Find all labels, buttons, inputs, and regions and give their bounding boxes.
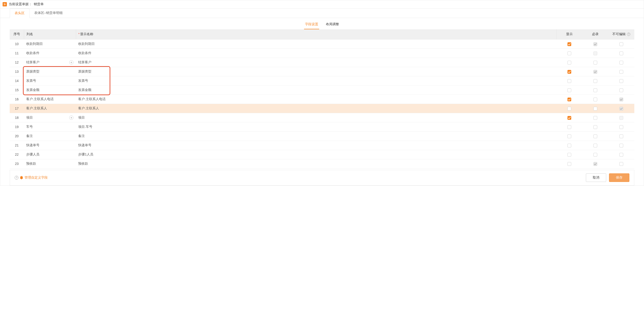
displayname-cell[interactable]: 客户.主联系人电话: [76, 95, 556, 104]
readonly-checkbox[interactable]: [620, 134, 623, 138]
readonly-cell: [608, 132, 634, 141]
seq-cell: 14: [10, 76, 24, 86]
readonly-checkbox[interactable]: [620, 88, 623, 92]
table-row[interactable]: 19车号项目.车号: [10, 122, 634, 132]
displayname-cell[interactable]: 步骤1人员: [76, 150, 556, 159]
displayname-cell[interactable]: 发票号: [76, 76, 556, 86]
show-checkbox[interactable]: [568, 42, 571, 46]
help-icon[interactable]: ?: [627, 32, 630, 36]
required-checkbox[interactable]: [594, 153, 597, 157]
required-checkbox[interactable]: [594, 144, 597, 148]
displayname-cell[interactable]: 项目.车号: [76, 122, 556, 132]
show-checkbox[interactable]: [568, 162, 571, 166]
readonly-checkbox[interactable]: [620, 79, 623, 83]
readonly-checkbox[interactable]: [620, 70, 623, 74]
show-checkbox[interactable]: [568, 61, 571, 64]
table-row[interactable]: 13票据类型票据类型: [10, 67, 634, 76]
readonly-cell: [608, 76, 634, 86]
table-row[interactable]: 20备注备注: [10, 132, 634, 141]
required-cell: [582, 86, 608, 95]
readonly-checkbox[interactable]: [620, 61, 623, 64]
show-checkbox[interactable]: [568, 98, 571, 101]
required-checkbox[interactable]: [594, 61, 597, 64]
seq-cell: 17: [10, 104, 24, 113]
add-subfield-button[interactable]: +: [69, 60, 74, 64]
show-checkbox[interactable]: [568, 70, 571, 74]
displayname-cell[interactable]: 收款到期日: [76, 40, 556, 49]
displayname-cell[interactable]: 项目: [76, 113, 556, 122]
required-checkbox[interactable]: [594, 116, 597, 120]
help-icon[interactable]: ?: [15, 176, 18, 180]
show-cell: [556, 122, 582, 132]
required-checkbox[interactable]: [594, 79, 597, 83]
show-checkbox[interactable]: [568, 88, 571, 92]
readonly-checkbox[interactable]: [620, 125, 623, 129]
required-checkbox[interactable]: [594, 125, 597, 129]
table-row[interactable]: 14发票号发票号: [10, 76, 634, 86]
table-row[interactable]: 22步骤人员步骤1人员: [10, 150, 634, 159]
show-checkbox[interactable]: [568, 107, 571, 110]
secondary-tab-1[interactable]: 布局调整: [325, 21, 340, 29]
colname-cell: 发票金额: [24, 86, 76, 95]
displayname-cell[interactable]: 快递单号: [76, 141, 556, 150]
displayname-cell[interactable]: 预收款: [76, 159, 556, 168]
primary-tab-0[interactable]: 表头区: [10, 8, 30, 18]
expand-panel-button[interactable]: [2, 2, 7, 6]
table-row[interactable]: 11收款条件收款条件: [10, 49, 634, 58]
col-header-readonly: 不可编辑 ?: [608, 29, 634, 40]
displayname-cell[interactable]: 发票金额: [76, 86, 556, 95]
table-row[interactable]: 12结算客户+结算客户: [10, 58, 634, 67]
required-cell: [582, 76, 608, 86]
readonly-checkbox[interactable]: [620, 42, 623, 46]
readonly-checkbox[interactable]: [620, 162, 623, 166]
required-cell: [582, 113, 608, 122]
table-row[interactable]: 21快递单号快递单号: [10, 141, 634, 150]
readonly-checkbox[interactable]: [620, 144, 623, 148]
required-checkbox[interactable]: [594, 134, 597, 138]
show-checkbox[interactable]: [568, 52, 571, 55]
colname-text: 客户.主联系人电话: [26, 97, 54, 101]
colname-text: 客户.主联系人: [26, 106, 47, 110]
displayname-cell[interactable]: 客户.主联系人: [76, 104, 556, 113]
show-checkbox[interactable]: [568, 144, 571, 148]
required-checkbox[interactable]: [594, 107, 597, 110]
table-row[interactable]: 10收款到期日收款到期日: [10, 40, 634, 49]
table-row[interactable]: 18项目+项目: [10, 113, 634, 122]
save-button[interactable]: 保存: [609, 174, 629, 182]
colname-cell: 结算客户+: [24, 58, 76, 67]
show-checkbox[interactable]: [568, 134, 571, 138]
table-row[interactable]: 15发票金额发票金额: [10, 86, 634, 95]
show-checkbox[interactable]: [568, 116, 571, 120]
displayname-cell[interactable]: 结算客户: [76, 58, 556, 67]
add-subfield-button[interactable]: +: [69, 116, 74, 120]
colname-cell: 收款条件: [24, 49, 76, 58]
secondary-tab-0[interactable]: 字段设置: [304, 21, 319, 29]
table-row[interactable]: 23预收款预收款: [10, 159, 634, 168]
seq-cell: 23: [10, 159, 24, 168]
show-checkbox[interactable]: [568, 153, 571, 157]
show-checkbox[interactable]: [568, 79, 571, 83]
required-cell: [582, 141, 608, 150]
displayname-cell[interactable]: 票据类型: [76, 67, 556, 76]
table-row[interactable]: 17客户.主联系人客户.主联系人: [10, 104, 634, 113]
required-cell: [582, 58, 608, 67]
readonly-checkbox[interactable]: [620, 153, 623, 157]
seq-cell: 13: [10, 67, 24, 76]
show-cell: [556, 76, 582, 86]
readonly-cell: [608, 40, 634, 49]
readonly-checkbox[interactable]: [620, 52, 623, 55]
primary-tab-1[interactable]: 表体区–销货单明细: [30, 8, 67, 18]
required-checkbox[interactable]: [594, 88, 597, 92]
table-row[interactable]: 16客户.主联系人电话客户.主联系人电话: [10, 95, 634, 104]
displayname-cell[interactable]: 备注: [76, 132, 556, 141]
readonly-cell: [608, 122, 634, 132]
manage-custom-fields-link[interactable]: 管理自定义字段: [24, 176, 48, 180]
col-header-displayname: *显示名称: [76, 29, 556, 40]
required-cell: [582, 104, 608, 113]
colname-text: 预收款: [26, 162, 36, 166]
cancel-button[interactable]: 取消: [586, 174, 606, 182]
required-checkbox[interactable]: [594, 98, 597, 101]
seq-cell: 20: [10, 132, 24, 141]
displayname-cell[interactable]: 收款条件: [76, 49, 556, 58]
show-checkbox[interactable]: [568, 125, 571, 129]
